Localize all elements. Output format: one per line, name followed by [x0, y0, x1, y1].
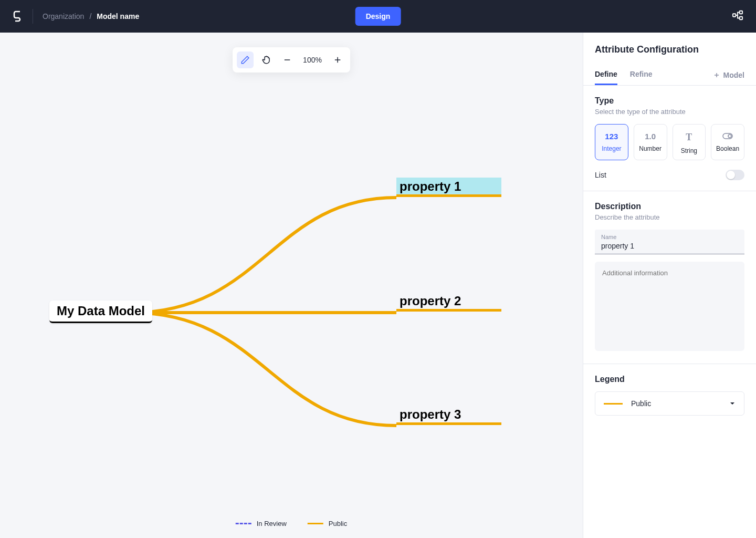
type-option-string[interactable]: T String: [673, 124, 706, 160]
svg-rect-2: [740, 17, 743, 20]
graph-view-icon[interactable]: [732, 14, 743, 23]
description-section: Description Describe the attribute Name: [583, 191, 756, 364]
header-actions: [732, 9, 743, 23]
name-input-label: Name: [601, 234, 738, 240]
canvas-legend: In Review Public: [236, 520, 348, 527]
zoom-out-button[interactable]: [279, 51, 296, 68]
description-subtitle: Describe the attribute: [595, 213, 744, 221]
draw-tool-button[interactable]: [237, 51, 254, 68]
zoom-level: 100%: [300, 56, 325, 64]
property-node-1[interactable]: property 1: [396, 178, 501, 197]
type-section: Type Select the type of the attribute 12…: [583, 86, 756, 191]
add-model-button[interactable]: Model: [713, 71, 744, 79]
type-option-boolean[interactable]: Boolean: [711, 124, 744, 160]
breadcrumb-model[interactable]: Model name: [97, 12, 139, 20]
string-icon: T: [686, 132, 692, 143]
legend-in-review: In Review: [236, 520, 287, 527]
canvas-toolbar: 100%: [233, 47, 350, 73]
svg-point-9: [728, 134, 731, 138]
legend-line-review-icon: [236, 523, 251, 524]
legend-title: Legend: [595, 375, 744, 384]
legend-in-review-label: In Review: [257, 520, 287, 527]
legend-section: Legend Public: [583, 364, 756, 426]
type-title: Type: [595, 96, 744, 106]
name-input[interactable]: [601, 242, 738, 250]
integer-label: Integer: [602, 145, 621, 152]
pan-tool-button[interactable]: [258, 51, 275, 68]
svg-rect-0: [733, 14, 736, 17]
description-title: Description: [595, 202, 744, 211]
sidebar-title: Attribute Configuration: [583, 33, 756, 60]
legend-select[interactable]: Public: [595, 391, 744, 416]
legend-public: Public: [308, 520, 347, 527]
legend-public-label: Public: [329, 520, 347, 527]
canvas[interactable]: 100% My Data Model property 1 property 2…: [0, 33, 583, 538]
boolean-label: Boolean: [716, 145, 739, 152]
root-node[interactable]: My Data Model: [49, 301, 152, 323]
name-input-wrap[interactable]: Name: [595, 230, 744, 254]
integer-icon: 123: [605, 132, 618, 141]
connections: [0, 33, 583, 538]
list-label: List: [595, 171, 606, 179]
legend-line-public-icon: [308, 523, 323, 524]
tab-define[interactable]: Define: [595, 65, 617, 85]
chevron-down-icon: [729, 400, 736, 407]
svg-rect-1: [740, 11, 743, 14]
breadcrumb-org[interactable]: Organization: [43, 12, 84, 20]
app-logo: [13, 10, 23, 23]
additional-info-textarea[interactable]: [595, 262, 744, 351]
number-label: Number: [639, 145, 662, 152]
zoom-in-button[interactable]: [329, 51, 346, 68]
property-node-3[interactable]: property 3: [396, 406, 501, 425]
property-node-2[interactable]: property 2: [396, 292, 501, 312]
tab-refine[interactable]: Refine: [630, 65, 653, 85]
number-icon: 1.0: [645, 132, 656, 141]
add-model-label: Model: [723, 71, 744, 79]
boolean-icon: [722, 132, 733, 141]
type-option-number[interactable]: 1.0 Number: [634, 124, 667, 160]
type-subtitle: Select the type of the attribute: [595, 108, 744, 116]
design-button[interactable]: Design: [355, 7, 401, 26]
legend-select-line-icon: [604, 403, 623, 405]
app-header: Organization / Model name Design: [0, 0, 756, 33]
legend-select-value: Public: [631, 399, 721, 408]
string-label: String: [681, 147, 697, 154]
header-center: Design: [355, 7, 401, 26]
header-divider: [33, 9, 33, 24]
breadcrumb-separator: /: [89, 12, 91, 20]
tabs: Define Refine Model: [583, 60, 756, 86]
type-option-integer[interactable]: 123 Integer: [595, 124, 628, 160]
sidebar: Attribute Configuration Define Refine Mo…: [583, 33, 756, 538]
breadcrumb: Organization / Model name: [43, 12, 139, 20]
list-toggle[interactable]: [726, 170, 744, 180]
